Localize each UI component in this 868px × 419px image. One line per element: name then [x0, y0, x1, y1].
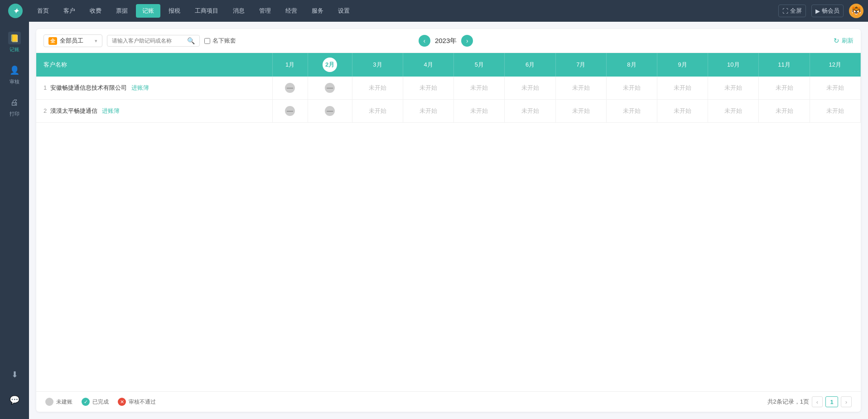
nav-item-service[interactable]: 服务 — [305, 4, 330, 18]
not-started-label: 未开始 — [572, 107, 590, 114]
not-started-label: 未开始 — [572, 84, 590, 91]
sidebar-item-audit[interactable]: 👤 审核 — [0, 58, 29, 91]
toolbar: 全 全部员工 ▾ 🔍 名下账套 ‹ 2023年 › — [36, 29, 861, 53]
not-started-label: 未开始 — [369, 84, 386, 91]
legend-not-built-label: 未建账 — [56, 398, 72, 406]
not-started-label: 未开始 — [776, 107, 793, 114]
refresh-button[interactable]: ↻ 刷新 — [834, 37, 854, 45]
nav-item-settings[interactable]: 设置 — [332, 4, 356, 18]
month-cell-6: 未开始 — [505, 77, 555, 100]
customer-name: 漠漠太平畅捷通信 — [50, 107, 97, 114]
col-header-dec: 12月 — [810, 53, 860, 77]
prev-year-button[interactable]: ‹ — [419, 35, 430, 47]
not-started-label: 未开始 — [724, 84, 742, 91]
table-row: 1安徽畅捷通信息技术有限公司进账簿——未开始未开始未开始未开始未开始未开始未开始… — [36, 77, 861, 100]
next-page-button[interactable]: › — [841, 396, 852, 407]
nav-item-ticket[interactable]: 票据 — [110, 4, 134, 18]
nav-item-message[interactable]: 消息 — [227, 4, 251, 18]
month-cell-6: 未开始 — [505, 100, 555, 123]
employee-label: 全部员工 — [60, 37, 92, 45]
sidebar-item-download[interactable]: ⬇ — [5, 363, 24, 386]
not-started-label: 未开始 — [420, 107, 437, 114]
sidebar-item-accounting[interactable]: 📒 记账 — [0, 26, 29, 58]
month-cell-10: 未开始 — [708, 100, 759, 123]
month-cell-3: 未开始 — [352, 100, 403, 123]
enter-ledger-link[interactable]: 进账簿 — [131, 84, 149, 91]
nav-items: 首页 客户 收费 票据 记账 报税 工商项目 消息 管理 经营 服务 设置 — [31, 4, 778, 18]
sidebar-item-chat[interactable]: 💬 — [5, 388, 24, 412]
not-started-label: 未开始 — [623, 107, 641, 114]
table-header-row: 客户名称 1月 2月 3月 4月 — [36, 53, 861, 77]
audit-icon: 👤 — [8, 64, 21, 77]
table-wrap: 客户名称 1月 2月 3月 4月 — [36, 53, 861, 391]
pagination: 共2条记录，1页 ‹ 1 › — [767, 396, 852, 407]
logo-icon: ✦ — [8, 4, 23, 18]
search-wrap: 🔍 — [107, 35, 200, 47]
month-cell-7: 未开始 — [555, 77, 606, 100]
fullscreen-icon: ⛶ — [782, 8, 788, 14]
fullscreen-button[interactable]: ⛶ 全屏 — [778, 5, 806, 17]
col-header-oct: 10月 — [708, 53, 759, 77]
legend-failed-label: 审核不通过 — [129, 398, 156, 406]
accounting-icon: 📒 — [8, 32, 21, 44]
vip-label: 畅会员 — [822, 7, 839, 15]
nav-item-accounting[interactable]: 记账 — [136, 4, 160, 18]
nav-item-fee[interactable]: 收费 — [83, 4, 108, 18]
active-month-badge: 2月 — [323, 58, 337, 72]
month-cell-8: 未开始 — [606, 77, 657, 100]
nav-item-home[interactable]: 首页 — [31, 4, 55, 18]
sidebar-item-print[interactable]: 🖨 打印 — [0, 91, 29, 123]
logo[interactable]: ✦ — [5, 4, 26, 18]
row-num: 1 — [43, 84, 47, 91]
row-num: 2 — [43, 107, 47, 114]
content-area: 全 全部员工 ▾ 🔍 名下账套 ‹ 2023年 › — [29, 22, 868, 419]
not-started-label: 未开始 — [470, 107, 488, 114]
month-cell-7: 未开始 — [555, 100, 606, 123]
month-cell-10: 未开始 — [708, 77, 759, 100]
not-started-label: 未开始 — [826, 84, 844, 91]
legend-completed-label: 已完成 — [92, 398, 109, 406]
avatar[interactable]: 🐯 — [849, 4, 863, 18]
nav-item-business[interactable]: 工商项目 — [188, 4, 225, 18]
sidebar-label-print: 打印 — [10, 111, 19, 117]
fullscreen-label: 全屏 — [790, 7, 802, 15]
nav-item-manage[interactable]: 管理 — [253, 4, 277, 18]
status-done-icon: — — [285, 83, 295, 93]
nav-item-operation[interactable]: 经营 — [279, 4, 304, 18]
checkbox-under-account[interactable]: 名下账套 — [204, 37, 236, 45]
not-started-label: 未开始 — [826, 107, 844, 114]
under-account-checkbox[interactable] — [204, 38, 210, 44]
not-started-label: 未开始 — [420, 84, 437, 91]
top-nav: ✦ 首页 客户 收费 票据 记账 报税 工商项目 消息 管理 经营 服务 设置 … — [0, 0, 868, 22]
month-cell-12: 未开始 — [810, 100, 860, 123]
search-input[interactable] — [112, 38, 184, 44]
row-name-cell: 1安徽畅捷通信息技术有限公司进账簿 — [36, 77, 272, 100]
vip-button[interactable]: ▶ 畅会员 — [811, 5, 844, 17]
month-cell-2: — — [308, 77, 352, 100]
next-year-button[interactable]: › — [461, 35, 473, 47]
not-started-label: 未开始 — [674, 84, 691, 91]
status-done-icon: — — [325, 83, 335, 93]
table-footer: 未建账 已完成 审核不通过 共2条记录，1页 ‹ 1 › — [36, 391, 861, 412]
legend-failed: 审核不通过 — [118, 398, 156, 406]
status-done-icon: — — [325, 106, 335, 116]
enter-ledger-link[interactable]: 进账簿 — [102, 107, 120, 114]
month-cell-3: 未开始 — [352, 77, 403, 100]
col-header-name: 客户名称 — [36, 53, 272, 77]
prev-page-button[interactable]: ‹ — [812, 396, 823, 407]
col-header-jul: 7月 — [555, 53, 606, 77]
content-card: 全 全部员工 ▾ 🔍 名下账套 ‹ 2023年 › — [36, 29, 861, 412]
col-header-may: 5月 — [454, 53, 505, 77]
col-header-mar: 3月 — [352, 53, 403, 77]
month-cell-9: 未开始 — [657, 100, 708, 123]
search-icon[interactable]: 🔍 — [187, 37, 195, 44]
employee-select[interactable]: 全 全部员工 ▾ — [43, 34, 102, 47]
nav-right: ⛶ 全屏 ▶ 畅会员 🐯 — [778, 4, 863, 18]
col-header-feb: 2月 — [308, 53, 352, 77]
month-cell-9: 未开始 — [657, 77, 708, 100]
nav-item-customer[interactable]: 客户 — [57, 4, 82, 18]
nav-item-tax[interactable]: 报税 — [162, 4, 187, 18]
col-header-nov: 11月 — [759, 53, 810, 77]
not-started-label: 未开始 — [521, 107, 539, 114]
download-icon: ⬇ — [8, 368, 21, 381]
